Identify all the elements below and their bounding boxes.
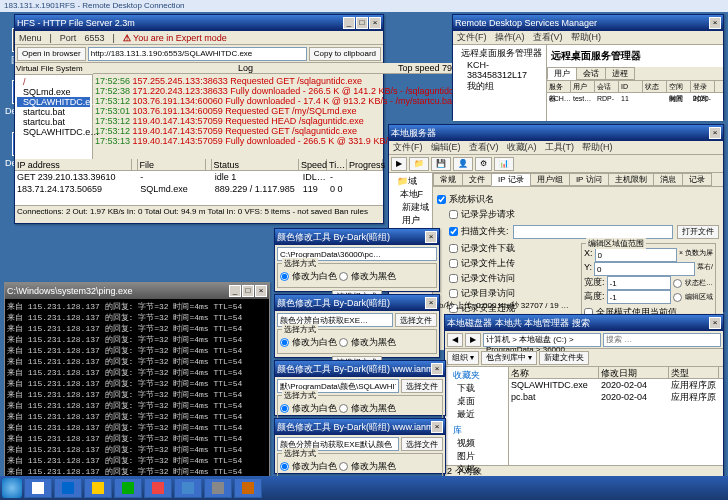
rdsm-titlebar[interactable]: Remote Desktop Services Manager× (453, 15, 723, 31)
url-input[interactable] (88, 47, 307, 61)
taskbar-item[interactable] (144, 478, 172, 498)
tab[interactable]: 主机限制 (608, 173, 654, 186)
organize-button[interactable]: 组织 ▾ (447, 351, 479, 365)
close-button[interactable]: × (709, 317, 721, 329)
copy-clipboard-button[interactable]: Copy to clipboard (309, 47, 381, 61)
toolbar-button[interactable]: 📁 (409, 157, 429, 171)
close-button[interactable]: × (709, 17, 721, 29)
close-button[interactable]: × (431, 363, 443, 375)
rb1[interactable]: 状态栏… (673, 278, 713, 288)
h-input[interactable] (607, 290, 671, 304)
taskbar-item[interactable] (24, 478, 52, 498)
toolbar-button[interactable]: ⚙ (475, 157, 492, 171)
choose-button[interactable]: 选择文件 (401, 379, 443, 393)
tree-item[interactable]: 用户 (391, 214, 430, 227)
server-toolbar[interactable]: ▶📁💾👤⚙📊 (389, 155, 723, 173)
tree-item[interactable]: 📁域 (391, 175, 430, 188)
cb-c[interactable]: 记录文件访问 (449, 272, 578, 285)
cmd-titlebar[interactable]: C:\Windows\system32\ping.exe_□× (5, 283, 269, 299)
nav-item[interactable]: 最近 (447, 408, 506, 421)
toolbar-button[interactable]: 💾 (431, 157, 451, 171)
tab[interactable]: IP 访问 (569, 173, 609, 186)
cb-sys[interactable]: 系统标识名 (437, 193, 719, 206)
rdsm-list[interactable]: 服务器用户会话ID状态空闲时间登录时间 KCH…test…RDP-T…11搁置活… (547, 81, 723, 121)
file-row[interactable]: pc.bat2020-02-04 17:52应用程序原型 (509, 391, 723, 403)
cb-d[interactable]: 记录目录访问 (449, 287, 578, 300)
nav-item[interactable]: 下载 (447, 382, 506, 395)
opt[interactable]: 修改为白色 (280, 460, 337, 473)
min-button[interactable]: _ (229, 285, 241, 297)
opt[interactable]: 修改为黑色 (339, 460, 396, 473)
hfs-titlebar[interactable]: HFS - HTTP File Server 2.3m_□× (15, 15, 383, 31)
fwd-button[interactable]: ▶ (465, 333, 481, 347)
choose-button[interactable]: 选择文件 (401, 437, 443, 451)
tree-item[interactable]: 新建域 (391, 201, 430, 214)
opt[interactable]: 修改为白色 (280, 336, 337, 349)
choose-button[interactable]: 选择文件 (395, 313, 437, 327)
tab[interactable]: IP 记录 (491, 173, 531, 186)
vfs-tree[interactable]: / SQLmd.exe SQLAWHITDC.e… startcu.bat st… (15, 75, 93, 159)
toolbar-button[interactable]: 📊 (494, 157, 514, 171)
nav-item[interactable]: 图片 (447, 450, 506, 463)
explorer-list[interactable]: 名称修改日期类型 SQLAWHITDC.exe2020-02-04 17:53应… (509, 367, 723, 465)
file-row[interactable]: SQLAWHITDC.exe2020-02-04 17:53应用程序原型 (509, 379, 723, 391)
max-button[interactable]: □ (356, 17, 368, 29)
cb-rec[interactable]: 记录异步请求 (449, 208, 719, 221)
y-input[interactable] (594, 262, 695, 276)
taskbar-item[interactable] (114, 478, 142, 498)
toolbar-button[interactable]: ▶ (391, 157, 407, 171)
back-button[interactable]: ◀ (447, 333, 463, 347)
tab-sessions[interactable]: 会话 (576, 67, 606, 80)
scan-path[interactable] (513, 225, 673, 239)
taskbar[interactable] (0, 476, 728, 500)
rdsm-tabs[interactable]: 用户会话进程 (547, 67, 723, 81)
path-input[interactable]: 计算机 > 本地磁盘 (C:) > ProgramData > 36000 (483, 333, 601, 347)
tool-titlebar[interactable]: 颜色修改工具 By-Dark(暗组)× (275, 229, 439, 245)
tree-item[interactable]: startcu.bat (17, 107, 90, 117)
tree-item[interactable]: SQLmd.exe (17, 87, 90, 97)
taskbar-item[interactable] (204, 478, 232, 498)
opt[interactable]: 修改为黑色 (339, 336, 396, 349)
close-button[interactable]: × (431, 421, 443, 433)
tool-titlebar[interactable]: 颜色修改工具 By-Dark(暗组) www.ianmu.net× (275, 361, 445, 377)
toolbar-button[interactable]: 👤 (453, 157, 473, 171)
nav-fav[interactable]: 收藏夹 (447, 369, 506, 382)
tree-item[interactable]: SQLAWHITDC.e… (17, 127, 90, 137)
taskbar-item[interactable] (84, 478, 112, 498)
rdsm-menu[interactable]: 文件(F)操作(A)查看(V)帮助(H) (453, 31, 723, 45)
tree-item[interactable]: 远程桌面服务管理器 (455, 47, 544, 60)
server-titlebar[interactable]: 本地服务器× (389, 125, 723, 141)
tab[interactable]: 文件 (462, 173, 492, 186)
taskbar-item[interactable] (54, 478, 82, 498)
close-button[interactable]: × (425, 297, 437, 309)
cb-scan[interactable]: 扫描文件夹: (449, 225, 509, 238)
tree-item[interactable]: 我的组 (455, 80, 544, 93)
table-row[interactable]: GET 239.210.133.39610-idle 1IDL…- (15, 171, 383, 183)
connections-list[interactable]: IP addressFileStatusSpeedTi…Progress GET… (15, 159, 383, 205)
rb2[interactable]: 编辑区域 (673, 292, 713, 302)
close-button[interactable]: × (425, 231, 437, 243)
opt[interactable]: 修改为黑色 (339, 270, 396, 283)
tool-titlebar[interactable]: 颜色修改工具 By-Dark(暗组)× (275, 295, 439, 311)
min-button[interactable]: _ (343, 17, 355, 29)
tree-item[interactable]: startcu.bat (17, 117, 90, 127)
server-tabs[interactable]: 常规文件IP 记录用户/组IP 访问主机限制消息记录 (433, 173, 723, 187)
tab-processes[interactable]: 进程 (605, 67, 635, 80)
nav-item[interactable]: 视频 (447, 437, 506, 450)
x-input[interactable] (595, 248, 677, 262)
nav-item[interactable]: 桌面 (447, 395, 506, 408)
taskbar-item[interactable] (234, 478, 262, 498)
taskbar-item[interactable] (174, 478, 202, 498)
include-button[interactable]: 包含到库中 ▾ (481, 351, 537, 365)
hfs-menubar[interactable]: Menu|Port6553|⚠ You are in Expert mode (15, 31, 383, 45)
tree-item[interactable]: KCH-383458312L17 (455, 60, 544, 80)
close-button[interactable]: × (369, 17, 381, 29)
close-button[interactable]: × (709, 127, 721, 139)
tab-users[interactable]: 用户 (547, 67, 577, 80)
open-file-button[interactable]: 打开文件 (677, 225, 719, 239)
cb-a[interactable]: 记录文件下载 (449, 242, 578, 255)
start-button[interactable] (2, 478, 22, 498)
server-menu[interactable]: 文件(F)编辑(E)查看(V)收藏(A)工具(T)帮助(H) (389, 141, 723, 155)
table-row[interactable]: 183.71.24.173.50659SQLmd.exe889.229 / 1.… (15, 183, 383, 195)
nav-lib[interactable]: 库 (447, 424, 506, 437)
